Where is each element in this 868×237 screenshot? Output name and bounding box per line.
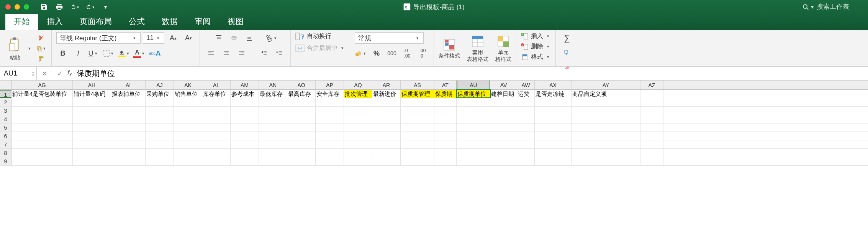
- cell-AH3[interactable]: [73, 107, 111, 115]
- cell-AM8[interactable]: [231, 149, 259, 157]
- cell-AY6[interactable]: [572, 132, 640, 140]
- cell-AV8[interactable]: [490, 149, 517, 157]
- align-center-icon[interactable]: [220, 48, 233, 59]
- cell-AL8[interactable]: [202, 149, 231, 157]
- column-header-AQ[interactable]: AQ: [344, 81, 372, 89]
- column-header-AG[interactable]: AG: [11, 81, 73, 89]
- cell-AP3[interactable]: [316, 107, 344, 115]
- cell-AK5[interactable]: [174, 123, 202, 132]
- cell-AG2[interactable]: [11, 98, 73, 106]
- cell-AH4[interactable]: [73, 115, 111, 123]
- cell-AN7[interactable]: [259, 140, 287, 148]
- cell-AU5[interactable]: [457, 123, 490, 132]
- cell-AL2[interactable]: [202, 98, 231, 106]
- cell-AI3[interactable]: [111, 107, 146, 115]
- cell-AL4[interactable]: [202, 115, 231, 123]
- cell-AL3[interactable]: [202, 107, 231, 115]
- decrease-font-icon[interactable]: A▾: [182, 32, 195, 44]
- cell-AM2[interactable]: [231, 98, 259, 106]
- cell-AM9[interactable]: [231, 157, 259, 165]
- cell-AT1[interactable]: 保质期: [434, 90, 457, 98]
- cell-AT4[interactable]: [434, 115, 457, 123]
- cell-AU6[interactable]: [457, 132, 490, 140]
- cell-AH7[interactable]: [73, 140, 111, 148]
- paste-button[interactable]: [7, 36, 23, 54]
- decrease-decimal-icon[interactable]: .00.0: [416, 48, 429, 59]
- tab-公式[interactable]: 公式: [120, 13, 153, 30]
- cell-AK3[interactable]: [174, 107, 202, 115]
- cell-AX7[interactable]: [535, 140, 572, 148]
- cell-AO8[interactable]: [287, 149, 316, 157]
- cut-icon[interactable]: [36, 33, 47, 43]
- tab-页面布局[interactable]: 页面布局: [71, 13, 120, 30]
- cell-AR9[interactable]: [372, 157, 401, 165]
- cell-AQ5[interactable]: [344, 123, 372, 132]
- cell-AL9[interactable]: [202, 157, 231, 165]
- cell-AK6[interactable]: [174, 132, 202, 140]
- cell-AR7[interactable]: [372, 140, 401, 148]
- cell-AT5[interactable]: [434, 123, 457, 132]
- cell-AX6[interactable]: [535, 132, 572, 140]
- cell-AQ2[interactable]: [344, 98, 372, 106]
- cell-AQ7[interactable]: [344, 140, 372, 148]
- cell-AH9[interactable]: [73, 157, 111, 165]
- cell-AV1[interactable]: 建档日期: [490, 90, 517, 98]
- font-name-select[interactable]: 等线 Regular (正文)▾: [56, 32, 141, 44]
- tab-视图[interactable]: 视图: [219, 13, 252, 30]
- search-input[interactable]: [817, 3, 863, 11]
- column-header-AK[interactable]: AK: [174, 81, 202, 89]
- font-color-button[interactable]: A▾: [133, 48, 146, 59]
- cell-AT6[interactable]: [434, 132, 457, 140]
- cell-AL1[interactable]: 库存单位: [202, 90, 231, 98]
- select-all-corner[interactable]: [0, 81, 11, 89]
- align-bottom-icon[interactable]: [243, 32, 256, 44]
- column-header-AH[interactable]: AH: [73, 81, 111, 89]
- cell-styles-button[interactable]: 单元 格样式: [495, 35, 511, 63]
- tab-开始[interactable]: 开始: [5, 13, 38, 30]
- cell-AJ8[interactable]: [146, 149, 174, 157]
- enter-formula-icon[interactable]: ✓: [52, 69, 67, 78]
- row-header-4[interactable]: 4: [0, 115, 11, 123]
- cell-AZ9[interactable]: [640, 157, 663, 165]
- align-middle-icon[interactable]: [228, 32, 241, 44]
- cell-AI4[interactable]: [111, 115, 146, 123]
- cell-AK7[interactable]: [174, 140, 202, 148]
- cell-AZ6[interactable]: [640, 132, 663, 140]
- cell-AN8[interactable]: [259, 149, 287, 157]
- cell-AK4[interactable]: [174, 115, 202, 123]
- qat-customize-icon[interactable]: ▾: [101, 3, 110, 11]
- cell-AZ2[interactable]: [640, 98, 663, 106]
- cell-AV5[interactable]: [490, 123, 517, 132]
- row-header-5[interactable]: 5: [0, 123, 11, 132]
- cell-AS3[interactable]: [401, 107, 434, 115]
- cell-AW4[interactable]: [517, 115, 535, 123]
- cell-AH2[interactable]: [73, 98, 111, 106]
- row-header-9[interactable]: 9: [0, 157, 11, 165]
- underline-button[interactable]: U▾: [87, 48, 100, 59]
- cell-AN9[interactable]: [259, 157, 287, 165]
- align-left-icon[interactable]: [205, 48, 218, 59]
- cell-AT8[interactable]: [434, 149, 457, 157]
- cell-AR1[interactable]: 最新进价: [372, 90, 401, 98]
- name-box-spinner[interactable]: ▴▾: [32, 71, 34, 77]
- cell-AM4[interactable]: [231, 115, 259, 123]
- cell-AW6[interactable]: [517, 132, 535, 140]
- column-header-AM[interactable]: AM: [231, 81, 259, 89]
- phonetic-button[interactable]: abcA: [148, 48, 161, 59]
- cell-AQ1[interactable]: 批次管理: [344, 90, 372, 98]
- italic-button[interactable]: I: [72, 48, 85, 59]
- cell-AU1[interactable]: 保质期单位: [457, 90, 490, 98]
- cell-AX4[interactable]: [535, 115, 572, 123]
- tab-插入[interactable]: 插入: [38, 13, 71, 30]
- align-top-icon[interactable]: [212, 32, 225, 44]
- cell-AJ9[interactable]: [146, 157, 174, 165]
- row-header-3[interactable]: 3: [0, 107, 11, 115]
- cell-AG4[interactable]: [11, 115, 73, 123]
- cell-AZ5[interactable]: [640, 123, 663, 132]
- row-header-1[interactable]: 1: [0, 90, 11, 98]
- cell-AX1[interactable]: 是否走冻链: [535, 90, 572, 98]
- increase-decimal-icon[interactable]: .0.00: [401, 48, 414, 59]
- column-header-AN[interactable]: AN: [259, 81, 287, 89]
- cell-AV7[interactable]: [490, 140, 517, 148]
- cell-AO6[interactable]: [287, 132, 316, 140]
